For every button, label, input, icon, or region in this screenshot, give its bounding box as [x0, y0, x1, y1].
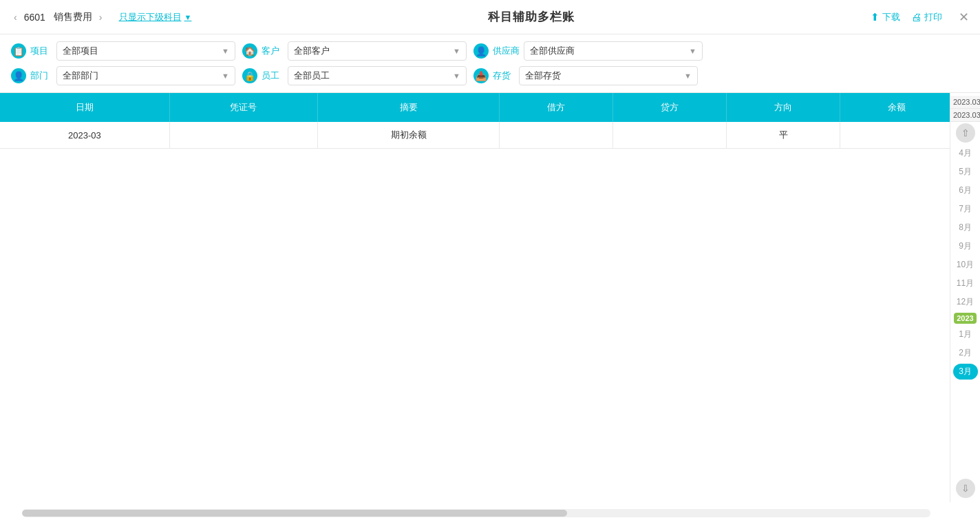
prev-account-btn[interactable]: ‹	[11, 10, 20, 24]
customer-arrow-icon: ▼	[453, 47, 460, 55]
filter-bar: 📋 项目 全部项目 ▼ 🏠 客户 全部客户 ▼ 👤 供应商 全部供应商 ▼	[0, 34, 980, 93]
close-btn[interactable]: ✕	[959, 10, 969, 25]
timeline-month-11[interactable]: 11月	[950, 274, 980, 293]
timeline-month-3-active[interactable]: 3月	[953, 364, 978, 380]
download-icon: ⬆	[871, 11, 880, 23]
department-value: 全部部门	[63, 70, 98, 82]
filter-project: 📋 项目 全部项目 ▼	[11, 41, 235, 61]
cell-voucher	[169, 122, 317, 149]
timeline-month-12[interactable]: 12月	[950, 293, 980, 311]
project-icon: 📋	[11, 43, 26, 59]
timeline-month-8[interactable]: 8月	[950, 218, 980, 237]
h-scrollbar[interactable]	[22, 509, 930, 517]
table-header-row: 日期 凭证号 摘要 借方 贷方 方向 余额	[0, 93, 952, 122]
employee-icon: 🔒	[242, 68, 257, 83]
top-actions: ⬆ 下载 🖨 打印 ✕	[871, 10, 969, 25]
project-arrow-icon: ▼	[222, 47, 229, 55]
cell-date: 2023-03	[0, 122, 169, 149]
cell-debit	[500, 122, 613, 149]
show-sub-label: 只显示下级科目	[119, 11, 182, 23]
filter-department: 👤 部门 全部部门 ▼	[11, 66, 235, 85]
account-code: 6601	[24, 12, 45, 23]
next-account-btn[interactable]: ›	[96, 10, 105, 24]
timeline-month-6[interactable]: 6月	[950, 181, 980, 200]
account-name: 销售费用	[54, 11, 92, 23]
show-sub-btn[interactable]: 只显示下级科目 ▼	[119, 11, 192, 23]
supplier-select[interactable]: 全部供应商 ▼	[524, 41, 703, 61]
inventory-label: 存货	[493, 70, 515, 82]
customer-icon: 🏠	[242, 43, 257, 59]
top-bar: ‹ 6601 销售费用 › 只显示下级科目 ▼ 科目辅助多栏账 ⬆ 下载 🖨 打…	[0, 0, 980, 34]
main-content: 日期 凭证号 摘要 借方 贷方 方向 余额 2023-03 期初余额 平	[0, 93, 980, 502]
timeline-month-4[interactable]: 4月	[950, 144, 980, 163]
department-select[interactable]: 全部部门 ▼	[56, 66, 235, 85]
supplier-label: 供应商	[493, 45, 520, 57]
col-debit: 借方	[500, 93, 613, 122]
timeline-month-5[interactable]: 5月	[950, 163, 980, 181]
timeline-period-2[interactable]: 2023.03	[950, 109, 980, 122]
timeline-month-10[interactable]: 10月	[950, 256, 980, 274]
cell-direction: 平	[727, 122, 840, 149]
department-label: 部门	[30, 70, 52, 82]
timeline-items: 4月 5月 6月 7月 8月 9月 10月 11月 12月 2023 1月 2月…	[950, 144, 980, 477]
inventory-icon: 📥	[473, 68, 489, 83]
table-row: 2023-03 期初余额 平	[0, 122, 952, 149]
filter-supplier: 👤 供应商 全部供应商 ▼	[473, 41, 703, 61]
chevron-down-icon: ▼	[184, 13, 192, 21]
chevron-down-icon: ⇩	[961, 483, 970, 494]
col-direction: 方向	[727, 93, 840, 122]
h-scrollbar-thumb	[22, 510, 567, 517]
print-icon: 🖨	[911, 11, 922, 23]
print-label: 打印	[924, 11, 942, 23]
supplier-arrow-icon: ▼	[689, 47, 696, 55]
inventory-value: 全部存货	[525, 70, 561, 82]
employee-select[interactable]: 全部员工 ▼	[288, 66, 467, 85]
timeline-period-1[interactable]: 2023.03	[950, 96, 980, 109]
supplier-icon: 👤	[473, 43, 489, 59]
project-select[interactable]: 全部项目 ▼	[56, 41, 235, 61]
timeline-month-2[interactable]: 2月	[950, 344, 980, 362]
cell-summary: 期初余额	[317, 122, 500, 149]
filter-inventory: 📥 存货 全部存货 ▼	[473, 66, 698, 85]
timeline-month-7[interactable]: 7月	[950, 200, 980, 218]
table-container[interactable]: 日期 凭证号 摘要 借方 贷方 方向 余额 2023-03 期初余额 平	[0, 93, 952, 502]
timeline-up-btn[interactable]: ⇧	[956, 123, 975, 143]
filter-employee: 🔒 员工 全部员工 ▼	[242, 66, 467, 85]
project-value: 全部项目	[63, 45, 98, 57]
col-credit: 贷方	[613, 93, 727, 122]
col-summary: 摘要	[317, 93, 500, 122]
timeline-month-9[interactable]: 9月	[950, 237, 980, 256]
timeline-month-1[interactable]: 1月	[950, 325, 980, 344]
timeline-year-badge: 2023	[954, 313, 976, 324]
page-title: 科目辅助多栏账	[191, 9, 871, 25]
employee-arrow-icon: ▼	[453, 72, 460, 80]
employee-label: 员工	[262, 70, 284, 82]
cell-credit	[613, 122, 727, 149]
cell-balance	[840, 122, 952, 149]
department-icon: 👤	[11, 68, 26, 83]
ledger-table: 日期 凭证号 摘要 借方 贷方 方向 余额 2023-03 期初余额 平	[0, 93, 952, 149]
download-btn[interactable]: ⬆ 下载	[871, 11, 900, 23]
col-voucher: 凭证号	[169, 93, 317, 122]
inventory-arrow-icon: ▼	[684, 72, 692, 80]
chevron-up-icon: ⇧	[961, 127, 970, 138]
supplier-value: 全部供应商	[530, 45, 575, 57]
project-label: 项目	[30, 45, 52, 57]
inventory-select[interactable]: 全部存货 ▼	[519, 66, 698, 85]
employee-value: 全部员工	[294, 70, 330, 82]
print-btn[interactable]: 🖨 打印	[911, 11, 942, 23]
customer-value: 全部客户	[294, 45, 330, 57]
timeline-down-btn[interactable]: ⇩	[956, 479, 975, 498]
filter-row-2: 👤 部门 全部部门 ▼ 🔒 员工 全部员工 ▼ 📥 存货 全部存货 ▼	[11, 66, 969, 85]
col-date: 日期	[0, 93, 169, 122]
customer-select[interactable]: 全部客户 ▼	[288, 41, 467, 61]
filter-customer: 🏠 客户 全部客户 ▼	[242, 41, 467, 61]
download-label: 下载	[882, 11, 900, 23]
col-balance: 余额	[840, 93, 952, 122]
department-arrow-icon: ▼	[222, 72, 229, 80]
filter-row-1: 📋 项目 全部项目 ▼ 🏠 客户 全部客户 ▼ 👤 供应商 全部供应商 ▼	[11, 41, 969, 61]
customer-label: 客户	[262, 45, 284, 57]
timeline-sidebar: 2023.03 2023.03 ⇧ 4月 5月 6月 7月 8月 9月 10月 …	[950, 93, 980, 502]
